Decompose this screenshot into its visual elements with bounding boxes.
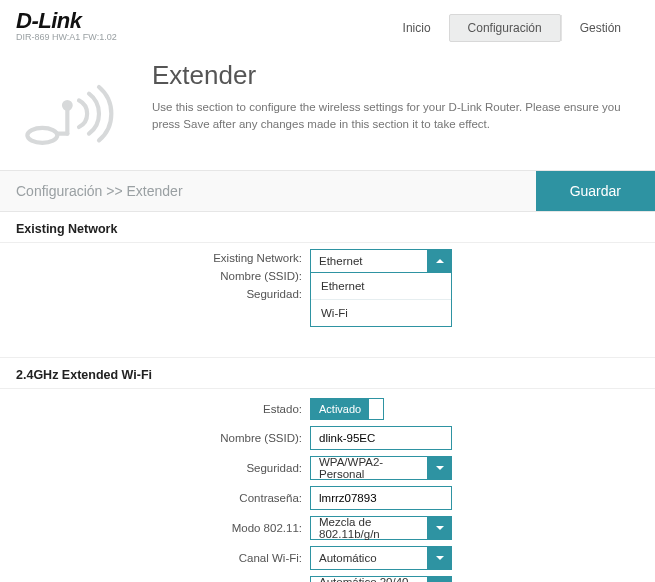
row-mode: Modo 802.11: Mezcla de 802.11b/g/n [0,513,655,543]
dropdown-option-wifi[interactable]: Wi-Fi [311,299,451,326]
chevron-down-icon [428,516,452,540]
hero: Extender Use this section to configure t… [0,42,655,170]
row-width: Anchura de canal: Automático 20/40 MHz [0,573,655,582]
top-nav: Inicio Configuración Gestión [385,14,639,42]
brand-logo: D-Link [16,8,117,34]
nav-config[interactable]: Configuración [449,14,561,42]
section-title-existing: Existing Network [0,212,655,243]
row-ssid: Nombre (SSID): [0,423,655,453]
security-select[interactable]: WPA/WPA2-Personal [310,456,452,480]
crumb-bar: Configuración >> Extender Guardar [0,170,655,212]
password-input[interactable] [310,486,452,510]
existing-network-select-value[interactable]: Ethernet [310,249,428,273]
ext24-form: Estado: Activado Nombre (SSID): Segurida… [0,389,655,582]
row-password: Contraseña: [0,483,655,513]
channel-select-value: Automático [310,546,428,570]
dropdown-option-ethernet[interactable]: Ethernet [311,273,451,299]
nav-manage[interactable]: Gestión [561,15,639,41]
width-select[interactable]: Automático 20/40 MHz [310,576,452,582]
page-description: Use this section to configure the wirele… [152,99,631,132]
row-state: Estado: Activado [0,395,655,423]
row-channel: Canal Wi-Fi: Automático [0,543,655,573]
page-title: Extender [152,60,631,91]
svg-point-3 [64,102,71,109]
label-password: Contraseña: [16,492,310,504]
svg-point-0 [27,128,57,143]
chevron-down-icon [428,546,452,570]
state-toggle-label: Activado [311,399,369,419]
top-bar: D-Link DIR-869 HW:A1 FW:1.02 Inicio Conf… [0,0,655,42]
chevron-up-icon[interactable] [428,249,452,273]
state-toggle[interactable]: Activado [310,398,384,420]
existing-network-options: Ethernet Wi-Fi [310,273,452,327]
section-title-ext24: 2.4GHz Extended Wi-Fi [0,358,655,389]
mode-select-value: Mezcla de 802.11b/g/n [310,516,428,540]
chevron-down-icon [428,576,452,582]
label-mode: Modo 802.11: [16,522,310,534]
label-existing-network: Existing Network: [16,252,310,264]
nav-home[interactable]: Inicio [385,15,449,41]
row-security: Seguridad: WPA/WPA2-Personal [0,453,655,483]
label-state: Estado: [16,403,310,415]
existing-network-form: Ethernet Ethernet Wi-Fi Existing Network… [0,243,655,357]
hero-text: Extender Use this section to configure t… [152,60,631,132]
mode-select[interactable]: Mezcla de 802.11b/g/n [310,516,452,540]
brand-model: DIR-869 HW:A1 FW:1.02 [16,32,117,42]
existing-network-dropdown-open: Ethernet Ethernet Wi-Fi [310,249,452,327]
toggle-knob [369,399,383,419]
brand: D-Link DIR-869 HW:A1 FW:1.02 [16,8,117,42]
width-select-value: Automático 20/40 MHz [310,576,428,582]
label-security: Seguridad: [16,462,310,474]
extender-icon [24,82,124,152]
save-button[interactable]: Guardar [536,171,655,211]
label-channel: Canal Wi-Fi: [16,552,310,564]
label-existing-ssid: Nombre (SSID): [16,270,310,282]
channel-select[interactable]: Automático [310,546,452,570]
security-select-value: WPA/WPA2-Personal [310,456,428,480]
ssid-input[interactable] [310,426,452,450]
chevron-down-icon [428,456,452,480]
label-ssid: Nombre (SSID): [16,432,310,444]
label-existing-security: Seguridad: [16,288,310,300]
breadcrumb: Configuración >> Extender [0,171,536,211]
